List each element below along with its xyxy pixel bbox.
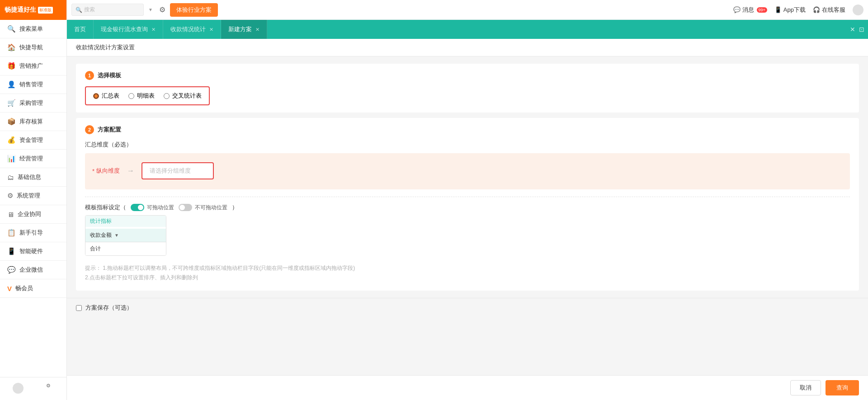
- hint-item-1: 提示： 1.拖动标题栏可以调整布局，不可跨维度或指标区域拖动栏目字段(只能在同一…: [85, 264, 850, 272]
- shopping-icon: 🛒: [7, 99, 16, 107]
- sidebar-item-label: 资金管理: [19, 136, 43, 144]
- sidebar-item-sales[interactable]: 👤 销售管理: [0, 75, 66, 94]
- indicator-settings-title: 模板指标设定（: [85, 203, 126, 212]
- logo-text: 畅捷通好生: [5, 6, 36, 14]
- sidebar-item-enterprise-wechat[interactable]: 💬 企业微信: [0, 261, 66, 279]
- hint-section: 提示： 1.拖动标题栏可以调整布局，不可跨维度或指标区域拖动栏目字段(只能在同一…: [85, 264, 850, 282]
- sidebar-item-basic-info[interactable]: 🗂 基础信息: [0, 168, 66, 187]
- search-icon: 🔍: [7, 25, 16, 33]
- search-box[interactable]: 🔍 搜索: [71, 4, 144, 16]
- cancel-button[interactable]: 取消: [790, 380, 821, 395]
- box-icon: 📦: [7, 118, 16, 126]
- radio-detail-label: 明细表: [137, 92, 155, 100]
- tab-label: 收款情况统计: [170, 25, 206, 33]
- sidebar-item-operations[interactable]: 📊 经营管理: [0, 150, 66, 168]
- template-selector: 汇总表 明细表 交叉统计表: [85, 86, 210, 105]
- vertical-dimension-label: * 纵向维度: [92, 167, 120, 175]
- sidebar-item-search-menu[interactable]: 🔍 搜索菜单: [0, 20, 66, 38]
- app-download-label: App下载: [783, 6, 806, 14]
- radio-detail-input[interactable]: [128, 93, 134, 99]
- toggle-on-icon[interactable]: [131, 204, 144, 211]
- query-button[interactable]: 查询: [826, 380, 859, 395]
- step1-num: 1: [85, 71, 94, 80]
- step2-section: 2 方案配置 汇总维度（必选） * 纵向维度 → 请选择分组维度: [76, 118, 859, 291]
- indicator-settings: 模板指标设定（ 可拖动位置 不可拖动位置 ） 统计指标: [85, 203, 850, 282]
- close-window-icon[interactable]: ✕: [850, 26, 855, 33]
- gear-icon[interactable]: ⚙: [159, 5, 165, 14]
- section-divider: [85, 197, 850, 197]
- topbar-right: 💬 消息 99+ 📱 App下载 🎧 在线客服: [733, 5, 863, 15]
- service-icon: 🎧: [813, 6, 820, 13]
- tab-new-plan[interactable]: 新建方案 ✕: [221, 20, 267, 39]
- sidebar-item-system[interactable]: ⚙ 系统管理: [0, 187, 66, 205]
- sidebar-item-label: 营销推广: [19, 62, 43, 70]
- sidebar-logo: 畅捷通好生 标准版: [0, 0, 66, 20]
- online-service-button[interactable]: 🎧 在线客服: [813, 6, 845, 14]
- tab-close-icon[interactable]: ✕: [255, 27, 259, 33]
- money-icon: 💰: [7, 136, 16, 144]
- toggle-non-draggable-label: 不可拖动位置: [195, 204, 227, 212]
- online-service-label: 在线客服: [822, 6, 845, 14]
- vip-icon: V: [7, 285, 12, 292]
- toggle-draggable[interactable]: 可拖动位置: [131, 204, 174, 212]
- radio-detail[interactable]: 明细表: [128, 92, 155, 100]
- tab-home[interactable]: 首页: [67, 20, 94, 39]
- sidebar-item-label: 采购管理: [19, 99, 43, 107]
- radio-cross[interactable]: 交叉统计表: [164, 92, 202, 100]
- dimension-section-title: 汇总维度（必选）: [85, 141, 850, 149]
- gift-icon: 🎁: [7, 62, 16, 70]
- tab-label: 新建方案: [228, 25, 252, 33]
- sidebar-bottom: ⚙: [0, 377, 66, 400]
- sidebar-item-label: 企业微信: [19, 266, 43, 274]
- arrow-icon: →: [127, 167, 134, 175]
- radio-cross-input[interactable]: [164, 93, 170, 99]
- stats-header-row[interactable]: 收款金额 ▼: [85, 229, 166, 242]
- sidebar-item-label: 库存核算: [19, 118, 43, 126]
- sidebar-bottom-avatar[interactable]: [4, 381, 33, 396]
- tab-close-icon[interactable]: ✕: [209, 27, 213, 33]
- sidebar-item-purchase[interactable]: 🛒 采购管理: [0, 94, 66, 113]
- radio-cross-label: 交叉统计表: [172, 92, 202, 100]
- save-checkbox[interactable]: [76, 305, 82, 311]
- save-row: 方案保存（可选）: [67, 298, 868, 317]
- step1-title: 选择模板: [98, 71, 121, 80]
- maximize-icon[interactable]: ⊡: [859, 26, 864, 33]
- sidebar-item-smart-hardware[interactable]: 📱 智能硬件: [0, 242, 66, 261]
- edition-badge: 标准版: [38, 7, 53, 14]
- dimension-selector[interactable]: 请选择分组维度: [142, 162, 214, 179]
- monitor-icon: 🖥: [7, 211, 14, 218]
- search-placeholder: 搜索: [84, 6, 95, 14]
- sidebar-item-finance[interactable]: 💰 资金管理: [0, 131, 66, 150]
- avatar-icon: [853, 5, 863, 15]
- sidebar-item-marketing[interactable]: 🎁 营销推广: [0, 57, 66, 75]
- radio-summary-input[interactable]: [93, 93, 99, 99]
- topbar: 🔍 搜索 ▼ ⚙ 体验行业方案 💬 消息 99+ 📱 App下载 🎧 在线客服: [67, 0, 868, 20]
- notifications-button[interactable]: 💬 消息 99+: [733, 6, 767, 14]
- toggle-draggable-label: 可拖动位置: [147, 204, 174, 212]
- dropdown-arrow-icon[interactable]: ▼: [148, 7, 153, 12]
- dimension-placeholder: 请选择分组维度: [150, 167, 191, 174]
- sidebar-item-inventory[interactable]: 📦 库存核算: [0, 113, 66, 131]
- chevron-down-icon[interactable]: ▼: [114, 233, 119, 238]
- tab-bank-flow[interactable]: 现金银行流水查询 ✕: [94, 20, 163, 39]
- tabbar: 首页 现金银行流水查询 ✕ 收款情况统计 ✕ 新建方案 ✕ ✕ ⊡: [67, 20, 868, 39]
- step2-title: 方案配置: [98, 126, 121, 134]
- sidebar-item-enterprise-collab[interactable]: 🖥 企业协同: [0, 205, 66, 224]
- tab-receipt-stats[interactable]: 收款情况统计 ✕: [163, 20, 221, 39]
- sidebar-item-membership[interactable]: V 畅会员: [0, 279, 66, 298]
- user-menu[interactable]: [853, 5, 863, 15]
- radio-summary[interactable]: 汇总表: [93, 92, 119, 100]
- sidebar-item-quick-nav[interactable]: 🏠 快捷导航: [0, 38, 66, 57]
- industry-solution-button[interactable]: 体验行业方案: [170, 3, 218, 17]
- sidebar-bottom-settings[interactable]: ⚙: [34, 381, 63, 396]
- tab-label: 首页: [74, 25, 86, 33]
- tab-close-icon[interactable]: ✕: [151, 27, 156, 33]
- sidebar-item-label: 快捷导航: [19, 43, 43, 52]
- notifications-label: 消息: [742, 6, 754, 14]
- toggle-non-draggable[interactable]: 不可拖动位置: [179, 204, 227, 212]
- sidebar-item-label: 畅会员: [15, 284, 33, 292]
- toggle-off-icon[interactable]: [179, 204, 192, 211]
- sidebar-item-beginner-guide[interactable]: 📋 新手引导: [0, 224, 66, 242]
- page-header: 收款情况统计方案设置: [67, 39, 868, 56]
- app-download-button[interactable]: 📱 App下载: [774, 6, 806, 14]
